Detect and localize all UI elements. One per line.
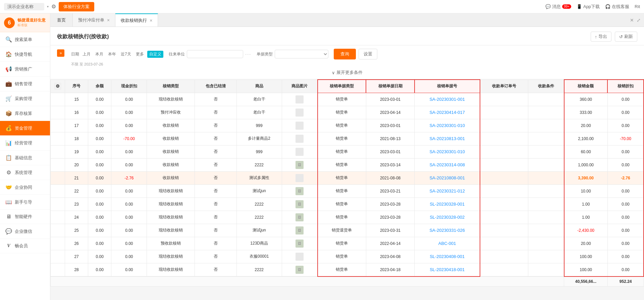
row-receipt-order-no [480,171,528,184]
row-bill-type: 销货单 [318,145,366,158]
row-no: 15 [65,93,88,106]
sidebar-item-smart[interactable]: 🖥 智能硬件 [0,210,50,224]
sidebar-item-purchase[interactable]: 🛒 采购管理 [0,91,50,106]
row-cash-discount: 0.00 [111,211,147,224]
bill-no-link[interactable]: SA-20230321-012 [429,188,465,194]
row-settings [51,171,65,184]
row-cash-discount: 0.00 [111,145,147,158]
row-cancel-amount: 1,000.00 [564,158,608,171]
sidebar-item-guide[interactable]: 📖 新手引导 [0,195,50,210]
sidebar-item-operation[interactable]: 📊 经营管理 [0,136,50,151]
tab-home[interactable]: 首页 [50,13,73,27]
filter-expand-btn[interactable]: » [57,49,64,57]
company-selector[interactable]: 演示企业名称 [4,3,44,10]
settings-icon[interactable]: ⚙ [51,3,56,10]
date-cur-btn[interactable]: 本月 [94,51,105,58]
row-no: 19 [65,145,88,158]
table-row: 170.000.00收款核销否999销货单2023-03-01SA-202303… [51,119,644,132]
collection-tab-close[interactable]: × [150,18,152,23]
bill-no-link[interactable]: SL-20230328-001 [430,202,465,207]
row-cash-discount: 0.00 [111,263,147,276]
marketing-icon: 📢 [5,66,12,72]
online-service[interactable]: 🎧 在线客服 [605,4,629,10]
message-area[interactable]: 💬 消息 99+ [545,4,571,10]
prepay-tab-close[interactable]: × [107,17,110,23]
bill-no-link[interactable]: SA-20230301-010 [429,123,465,128]
date-7days-btn[interactable]: 近7天 [119,51,132,58]
row-include-settled: 否 [195,106,237,119]
bill-no-link[interactable]: ABC-001 [438,241,456,246]
th-bill-date: 核销单据日期 [366,80,414,93]
row-receipt-order-no [480,184,528,198]
setting-button[interactable]: 设置 [359,49,377,59]
sidebar-item-sales[interactable]: 💼 销售管理 [0,77,50,91]
bill-no-link[interactable]: SA-20230314-008 [429,162,465,167]
row-include-settled: 否 [195,171,237,184]
row-cancel-discount: 0.00 [607,237,644,250]
tab-close-all-icon[interactable]: ✕ [630,17,634,23]
company-dropdown-icon[interactable]: ▾ [47,5,49,8]
sidebar-item-system[interactable]: ⚙ 系统管理 [0,165,50,180]
tab-expand-icon[interactable]: ⤢ [637,17,641,23]
search-nav-icon: 🔍 [5,36,12,43]
date-custom-btn[interactable]: 自定义 [147,51,163,58]
solution-button[interactable]: 体验行业方案 [59,2,94,11]
sidebar-item-marketing[interactable]: 📢 营销推广 [0,62,50,77]
row-receipt-order-no [480,237,528,250]
row-goods-img [282,250,318,263]
row-bill-date: 2022-04-14 [366,237,414,250]
row-bill-type: 销货单 [318,132,366,145]
row-cancel-amount: 10.00 [564,184,608,198]
app-download[interactable]: 📱 App下载 [577,4,600,10]
row-goods: 2222 [236,198,282,211]
bill-no-link[interactable]: SA-20210813-001 [429,136,465,141]
sidebar-item-finance[interactable]: 💰 资金管理 [0,121,50,136]
tab-bar: 首页 预付冲应付单 × 收款核销执行 × ✕ ⤢ [50,13,644,27]
th-settings: ⚙ [51,80,65,93]
enterprise-label: 企业协同 [15,184,32,190]
bill-no-link[interactable]: SA-20230331-026 [429,228,465,233]
bill-no-link[interactable]: SL-20230418-001 [430,267,465,272]
bill-no-link[interactable]: SA-20230414-017 [429,110,465,115]
export-button[interactable]: ↑ 导出 [591,32,612,42]
user-area[interactable]: Rit [635,4,640,9]
sidebar-item-enterprise[interactable]: 🤝 企业协同 [0,180,50,195]
bill-no-link[interactable]: SA-20230301-010 [429,149,465,154]
table-settings-icon[interactable]: ⚙ [54,83,61,90]
date-more-btn[interactable]: 更多 [135,51,145,58]
download-icon: 📱 [577,4,582,9]
row-include-settled: 否 [195,184,237,198]
bill-no-link[interactable]: SL-20230408-001 [430,254,465,259]
sidebar-item-quicknav[interactable]: 🏠 快捷导航 [0,47,50,62]
sidebar-item-inventory[interactable]: 📦 库存核算 [0,106,50,121]
bill-no-link[interactable]: SL-20230328-002 [430,215,465,220]
date-year-btn[interactable]: 本年 [107,51,117,58]
expand-more-btn[interactable]: ∨ 展开更多条件 [332,70,363,76]
row-goods: 测试多属性 [236,171,282,184]
tab-prepay[interactable]: 预付冲应付单 × [73,13,115,27]
smart-label: 智能硬件 [15,214,32,220]
row-cancel-amount: 3,390.00 [564,171,608,184]
row-cancel-discount: 0.00 [607,119,644,132]
query-button[interactable]: 查询 [334,49,356,59]
footer-spacer [51,276,564,287]
date-prev-btn[interactable]: 上月 [81,51,92,58]
bill-no-link[interactable]: SA-20230301-001 [429,97,465,102]
sidebar-item-search[interactable]: 🔍 搜索菜单 [0,32,50,47]
row-receipt-order-no [480,198,528,211]
sidebar-item-basic[interactable]: 📋 基础信息 [0,151,50,165]
sidebar-item-member[interactable]: V 畅会员 [0,239,50,253]
row-settings [51,198,65,211]
row-bill-no: SA-20210808-001 [415,171,480,184]
row-goods: 2222 [236,263,282,276]
bill-type-select[interactable] [275,50,328,58]
top-bar-right: 💬 消息 99+ 📱 App下载 🎧 在线客服 Rit [545,4,640,10]
tab-collection[interactable]: 收款核销执行 × [115,13,158,27]
counterpart-input[interactable] [187,50,243,58]
row-cancel-discount: 0.00 [607,145,644,158]
row-cash-discount: 0.00 [111,237,147,250]
sidebar-item-wechat[interactable]: 💬 企业微信 [0,224,50,239]
th-cancel-discount: 核销折扣 [607,80,644,93]
bill-no-link[interactable]: SA-20210808-001 [429,175,465,180]
refresh-button[interactable]: ↺ 刷新 [615,32,637,42]
